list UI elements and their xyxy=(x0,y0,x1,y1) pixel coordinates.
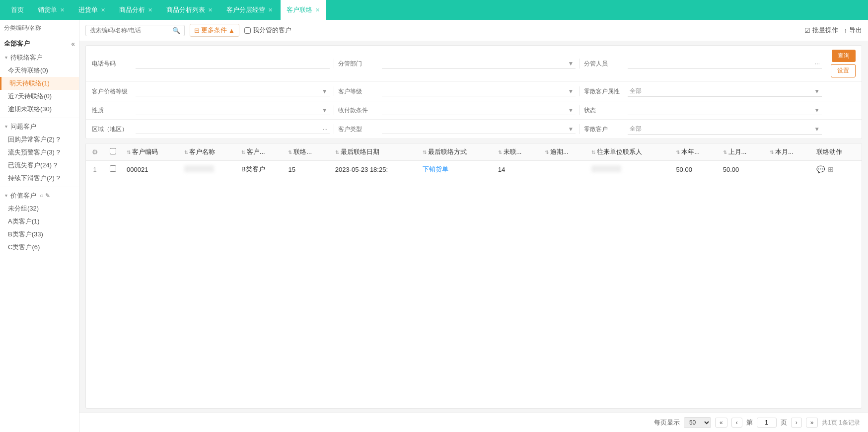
bulk-op-button[interactable]: ☑ 批量操作 xyxy=(804,26,838,35)
nav-purchase[interactable]: 进货单 ✕ xyxy=(72,0,111,20)
filter-select-retail-customer[interactable]: 全部 ▼ xyxy=(628,124,822,135)
last-page-button[interactable]: » xyxy=(806,418,818,428)
filter-select-customer-type[interactable]: ▼ xyxy=(382,125,576,134)
filter-select-nature[interactable]: ▼ xyxy=(136,106,330,115)
col-this-month[interactable]: 本月... xyxy=(765,144,811,161)
nav-close-purchase[interactable]: ✕ xyxy=(101,7,105,13)
toolbar-search-input[interactable] xyxy=(90,27,169,34)
sidebar-item-class-c[interactable]: C类客户(6) xyxy=(0,241,79,254)
sidebar-group-problem[interactable]: 问题客户 xyxy=(0,120,79,133)
sidebar: 🔍 全部客户 « 待联络客户 今天待联络(0) 明天待联络(1) 近7天待联络(… xyxy=(0,20,79,432)
last-method-cell[interactable]: 下销货单 xyxy=(418,161,493,178)
filter-select-price-level[interactable]: ▼ xyxy=(136,87,330,96)
collapse-sidebar-icon[interactable]: « xyxy=(71,40,75,48)
col-settings[interactable]: ⚙ xyxy=(86,144,104,161)
toolbar-search-container: 🔍 xyxy=(85,25,185,36)
more-conditions-button[interactable]: ⊟ 更多条件 ▲ xyxy=(190,24,239,37)
sidebar-item-tomorrow[interactable]: 明天待联络(1) xyxy=(0,77,79,90)
col-last-month[interactable]: 上月... xyxy=(718,144,765,161)
col-customer-type[interactable]: 客户... xyxy=(236,144,283,161)
export-icon: ↑ xyxy=(844,27,848,34)
sidebar-item-class-a[interactable]: A类客户(1) xyxy=(0,215,79,228)
col-last-date[interactable]: 最后联络日期 xyxy=(330,144,418,161)
export-button[interactable]: ↑ 导出 xyxy=(844,26,863,35)
page-suffix-label: 页 xyxy=(781,418,787,427)
nav-product-analysis-list[interactable]: 商品分析列表 ✕ xyxy=(160,0,218,20)
table-area: ⚙ 客户编码 客户名称 客户... 联络... 最后联络日期 最后联络方式 未联… xyxy=(85,143,862,409)
sidebar-item-churned[interactable]: 已流失客户(24) ? xyxy=(0,159,79,172)
per-page-select[interactable]: 50 10 20 100 xyxy=(684,417,711,428)
grid-icon[interactable]: ⊞ xyxy=(828,165,834,173)
overdue-cell xyxy=(540,161,586,178)
filter-select-retail-attr[interactable]: 全部 ▼ xyxy=(628,86,822,97)
sidebar-item-7days[interactable]: 近7天待联络(0) xyxy=(0,90,79,103)
filter-select-customer-level[interactable]: ▼ xyxy=(382,87,576,96)
sidebar-item-ungrouped[interactable]: 未分组(32) xyxy=(0,202,79,215)
query-button[interactable]: 查询 xyxy=(832,50,856,62)
sidebar-item-today[interactable]: 今天待联络(0) xyxy=(0,64,79,77)
filter-select-dept[interactable]: ▼ xyxy=(382,59,576,69)
sidebar-item-class-b[interactable]: B类客户(33) xyxy=(0,228,79,241)
col-this-year[interactable]: 本年... xyxy=(671,144,718,161)
select-all-checkbox[interactable] xyxy=(110,148,116,154)
this-year-cell: 50.00 xyxy=(671,161,718,178)
col-contact-person[interactable]: 往来单位联系人 xyxy=(586,144,671,161)
page-prefix-label: 第 xyxy=(746,418,753,427)
sidebar-item-churn-warning[interactable]: 流失预警客户(3) ? xyxy=(0,146,79,159)
filter-select-region[interactable]: ··· xyxy=(136,125,330,134)
sidebar-group-value[interactable]: 价值客户 ○ ✎ xyxy=(0,189,79,202)
col-checkbox[interactable] xyxy=(104,144,122,161)
toolbar-search-icon[interactable]: 🔍 xyxy=(172,27,180,34)
next-page-button[interactable]: › xyxy=(791,418,802,428)
chevron-down-icon-retail2: ▼ xyxy=(814,126,820,133)
last-date-cell: 2023-05-23 18:25: xyxy=(330,161,418,178)
last-method-link[interactable]: 下销货单 xyxy=(423,165,448,173)
col-contact-count[interactable]: 联络... xyxy=(283,144,330,161)
filter-select-status[interactable]: ▼ xyxy=(628,106,822,115)
checkbox-icon: ☑ xyxy=(804,27,810,34)
settings-gear-icon[interactable]: ⚙ xyxy=(92,148,98,156)
sidebar-group-pending[interactable]: 待联络客户 xyxy=(0,51,79,64)
sidebar-item-abnormal[interactable]: 回购异常客户(2) ? xyxy=(0,133,79,146)
sidebar-all-customers[interactable]: 全部客户 « xyxy=(0,36,79,51)
sidebar-item-declining[interactable]: 持续下滑客户(2) ? xyxy=(0,172,79,185)
settings-button[interactable]: 设置 xyxy=(831,64,856,77)
my-customers-checkbox-container[interactable]: 我分管的客户 xyxy=(244,26,291,35)
nav-customer-contact[interactable]: 客户联络 ✕ xyxy=(281,0,326,20)
nav-home[interactable]: 首页 xyxy=(5,0,30,20)
chevron-down-icon-price: ▼ xyxy=(322,88,328,95)
nav-product-analysis[interactable]: 商品分析 ✕ xyxy=(113,0,158,20)
nav-close-customer-tier[interactable]: ✕ xyxy=(268,7,273,13)
filter-input-phone[interactable] xyxy=(136,59,330,69)
nav-close-sales[interactable]: ✕ xyxy=(60,7,65,13)
dots-icon-manager[interactable]: ··· xyxy=(815,60,820,67)
nav-sales[interactable]: 销货单 ✕ xyxy=(32,0,71,20)
col-customer-name[interactable]: 客户名称 xyxy=(179,144,237,161)
col-last-method[interactable]: 最后联络方式 xyxy=(418,144,493,161)
nav-close-product-analysis[interactable]: ✕ xyxy=(148,7,152,13)
col-customer-code[interactable]: 客户编码 xyxy=(122,144,179,161)
row-checkbox-cell[interactable] xyxy=(104,161,122,178)
row-checkbox[interactable] xyxy=(110,165,116,172)
contact-person-blurred xyxy=(591,165,621,172)
filter-col-status: 状态 ▼ xyxy=(584,106,822,115)
filter-select-manager[interactable]: ··· xyxy=(628,59,822,69)
page-input[interactable] xyxy=(757,418,777,428)
prev-page-button[interactable]: ‹ xyxy=(731,418,742,428)
sidebar-item-overdue[interactable]: 逾期未联络(30) xyxy=(0,103,79,116)
nav-customer-tier[interactable]: 客户分层经营 ✕ xyxy=(220,0,279,20)
filter-select-payment[interactable]: ▼ xyxy=(382,106,576,115)
filter-icon: ⊟ xyxy=(194,27,200,34)
col-uncontacted[interactable]: 未联... xyxy=(493,144,540,161)
comment-icon[interactable]: 💬 xyxy=(816,165,825,173)
action-icons: 💬 ⊞ xyxy=(816,165,857,173)
dots-icon-region[interactable]: ··· xyxy=(323,126,328,133)
chevron-down-icon-retail: ▼ xyxy=(814,88,820,95)
my-customers-checkbox[interactable] xyxy=(244,27,251,34)
sidebar-search-input[interactable] xyxy=(4,24,78,31)
first-page-button[interactable]: « xyxy=(715,418,727,428)
nav-close-customer-contact[interactable]: ✕ xyxy=(315,7,320,13)
col-overdue[interactable]: 逾期... xyxy=(540,144,586,161)
nav-close-product-analysis-list[interactable]: ✕ xyxy=(208,7,213,13)
action-cell: 💬 ⊞ xyxy=(811,161,862,178)
